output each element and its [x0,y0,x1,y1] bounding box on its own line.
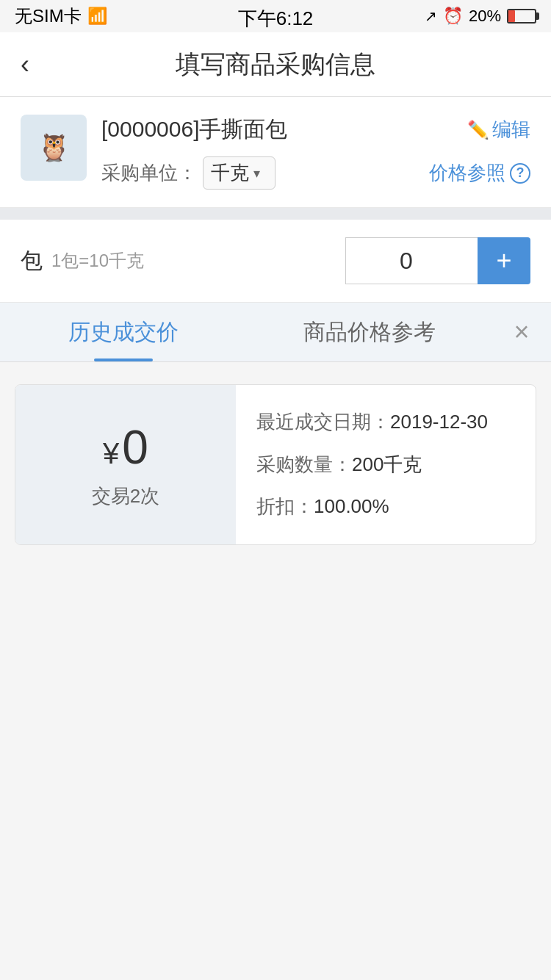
product-info: [0000006]手撕面包 ✏️ 编辑 采购单位： 千克 ▾ 价格参照 [101,115,530,190]
tab-product-price-ref[interactable]: 商品价格参考 [246,303,492,361]
edit-icon: ✏️ [467,120,489,140]
product-thumb-icon: 🦉 [37,132,71,163]
tabs-container: 历史成交价 商品价格参考 × [0,303,551,362]
close-icon: × [514,317,529,347]
status-carrier: 无SIM卡 📶 [15,4,107,28]
quantity-input-group: + [345,237,530,284]
page-title: 填写商品采购信息 [176,48,375,82]
product-id: [0000006] [101,117,199,141]
unit-dropdown-arrow: ▾ [253,165,260,181]
purchase-qty-label: 采购数量： [256,453,352,475]
unit-value: 千克 [211,160,249,186]
edit-button[interactable]: ✏️ 编辑 [467,117,530,143]
purchase-qty-value: 200千克 [352,453,422,475]
wifi-icon: 📶 [87,7,107,26]
discount-value: 100.00% [314,495,389,517]
product-title: 手撕面包 [199,117,287,141]
price-display: ¥ 0 [103,420,148,475]
alarm-icon: ⏰ [443,7,463,26]
discount-row: 折扣：100.00% [256,491,515,522]
last-trade-date-label: 最近成交日期： [256,411,390,433]
location-icon: ↗ [425,7,437,25]
tabs-row: 历史成交价 商品价格参考 × [0,303,551,361]
price-card: ¥ 0 交易2次 最近成交日期：2019-12-30 采购数量：200千克 折扣… [15,384,536,545]
trade-count: 交易2次 [92,483,159,509]
quantity-input[interactable] [345,237,478,284]
quantity-unit-label: 包 [21,246,43,276]
product-name: [0000006]手撕面包 [101,115,287,145]
content-area: ¥ 0 交易2次 最近成交日期：2019-12-30 采购数量：200千克 折扣… [0,362,551,803]
unit-label: 采购单位： [101,160,197,186]
battery-text: 20% [469,7,501,26]
status-time: 下午6:12 [238,6,314,32]
price-ref-help-icon: ? [510,163,530,184]
close-tab-button[interactable]: × [492,303,551,361]
price-reference-button[interactable]: 价格参照 ? [429,160,530,186]
product-thumbnail: 🦉 [21,115,87,181]
section-divider [0,208,551,220]
purchase-qty-row: 采购数量：200千克 [256,450,515,480]
price-detail-panel: 最近成交日期：2019-12-30 采购数量：200千克 折扣：100.00% [236,385,536,544]
price-amount: 0 [122,420,148,475]
discount-label: 折扣： [256,495,314,517]
tab-history-label: 历史成交价 [68,317,179,347]
tab-price-ref-label: 商品价格参考 [303,317,436,347]
edit-label: 编辑 [492,117,530,143]
tab-active-indicator [94,359,153,361]
product-card: 🦉 [0000006]手撕面包 ✏️ 编辑 采购单位： 千克 ▾ [0,97,551,208]
last-trade-date-row: 最近成交日期：2019-12-30 [256,407,515,438]
nav-bar: ‹ 填写商品采购信息 [0,32,551,97]
quantity-unit-hint: 1包=10千克 [51,249,144,273]
battery-icon [507,9,536,24]
quantity-row: 包 1包=10千克 + [0,220,551,303]
status-right: ↗ ⏰ 20% [425,7,536,26]
quantity-plus-button[interactable]: + [478,237,530,284]
price-summary-panel: ¥ 0 交易2次 [15,385,236,544]
tab-history-price[interactable]: 历史成交价 [0,303,246,361]
unit-select[interactable]: 千克 ▾ [203,156,276,190]
carrier-text: 无SIM卡 [15,4,82,28]
currency-symbol: ¥ [103,437,119,470]
status-bar: 无SIM卡 📶 下午6:12 ↗ ⏰ 20% [0,0,551,32]
back-button[interactable]: ‹ [21,49,29,80]
last-trade-date-value: 2019-12-30 [390,411,488,433]
price-ref-label: 价格参照 [429,160,505,186]
